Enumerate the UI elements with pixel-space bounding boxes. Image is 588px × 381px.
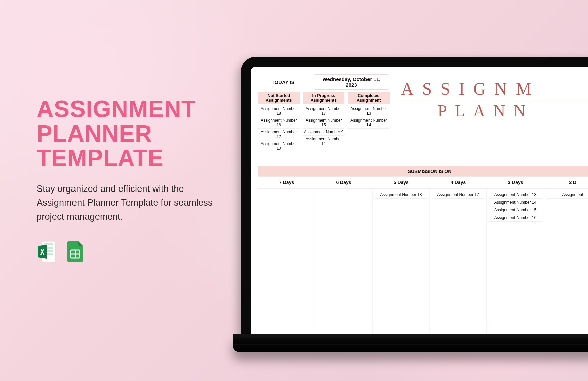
day-header: 7 Days: [258, 177, 315, 188]
day-cell: [258, 189, 315, 334]
list-item: Assignment Number 10: [258, 140, 300, 152]
assignment-item: Assignment Number 14: [489, 199, 542, 206]
list-item: Assignment Number 16: [258, 117, 300, 129]
google-sheets-icon: [65, 240, 86, 263]
day-cell: Assignment Number 13Assignment Number 14…: [487, 189, 544, 334]
promo-title-line1: ASSIGNMENT: [37, 96, 196, 122]
list-item: Assignment Number 13: [348, 105, 390, 117]
planner-top-row: TODAY IS Wednesday, October 11, 2023 Not…: [258, 74, 588, 152]
laptop-bezel: TODAY IS Wednesday, October 11, 2023 Not…: [241, 57, 588, 334]
status-list: Assignment Number 13Assignment Number 14: [348, 105, 390, 129]
day-cell: Assignment Number 18: [373, 189, 430, 334]
excel-icon: [37, 240, 57, 263]
laptop-mockup: TODAY IS Wednesday, October 11, 2023 Not…: [241, 57, 588, 352]
days-grid: Assignment Number 18Assignment Number 17…: [258, 189, 588, 334]
assignment-item: Assignment Number 15: [489, 206, 542, 214]
file-format-icons: [37, 240, 224, 263]
assignment-item: Assignment: [546, 191, 588, 199]
list-item: Assignment Number 9: [303, 129, 345, 136]
list-item: Assignment Number 15: [303, 117, 345, 129]
day-cell: [315, 189, 372, 334]
today-block: TODAY IS Wednesday, October 11, 2023 Not…: [258, 74, 394, 152]
laptop-base: [233, 334, 588, 352]
status-columns: Not Started Assignments Assignment Numbe…: [258, 92, 390, 152]
today-label: TODAY IS: [258, 79, 308, 85]
submission-header: SUBMISSION IS ON: [258, 166, 588, 177]
status-header: Not Started Assignments: [258, 92, 300, 104]
list-item: Assignment Number 14: [348, 117, 390, 129]
day-header: 6 Days: [315, 177, 372, 188]
list-item: Assignment Number 12: [258, 129, 300, 140]
today-date: Wednesday, October 11, 2023: [314, 74, 389, 90]
brand-line2: PLANN: [401, 101, 588, 120]
status-col-in-progress: In Progress Assignments Assignment Numbe…: [303, 92, 345, 152]
list-item: Assignment Number 18: [258, 105, 300, 117]
day-header: 5 Days: [373, 177, 430, 188]
status-list: Assignment Number 18Assignment Number 16…: [258, 105, 300, 152]
brand-line1: ASSIGNM: [401, 79, 588, 99]
status-header: Completed Assignment: [348, 92, 390, 104]
day-header: 4 Days: [430, 177, 487, 188]
day-cell: Assignment Number 17: [430, 189, 487, 334]
day-header: 2 D: [544, 177, 588, 188]
list-item: Assignment Number 11: [303, 136, 345, 147]
assignment-item: Assignment Number 17: [432, 191, 484, 199]
assignment-item: Assignment Number 13: [489, 191, 542, 199]
status-col-completed: Completed Assignment Assignment Number 1…: [348, 92, 390, 152]
status-header: In Progress Assignments: [303, 92, 345, 104]
promo-title-line2: PLANNER TEMPLATE: [37, 121, 164, 171]
assignment-item: Assignment Number 16: [489, 214, 542, 222]
promo-block: ASSIGNMENT PLANNER TEMPLATE Stay organiz…: [37, 97, 224, 263]
list-item: Assignment Number 17: [303, 105, 345, 117]
planner-brand: ASSIGNM PLANN: [394, 74, 588, 120]
promo-description: Stay organized and efficient with the As…: [37, 182, 224, 224]
day-cell: Assignment: [544, 189, 588, 334]
promo-title: ASSIGNMENT PLANNER TEMPLATE: [37, 97, 224, 171]
assignment-item: Assignment Number 18: [375, 191, 427, 199]
status-list: Assignment Number 17Assignment Number 15…: [303, 105, 345, 147]
spreadsheet-screen: TODAY IS Wednesday, October 11, 2023 Not…: [251, 67, 588, 334]
status-col-not-started: Not Started Assignments Assignment Numbe…: [258, 92, 300, 152]
day-header: 3 Days: [487, 177, 544, 188]
days-header-row: 7 Days6 Days5 Days4 Days3 Days2 D: [258, 177, 588, 189]
